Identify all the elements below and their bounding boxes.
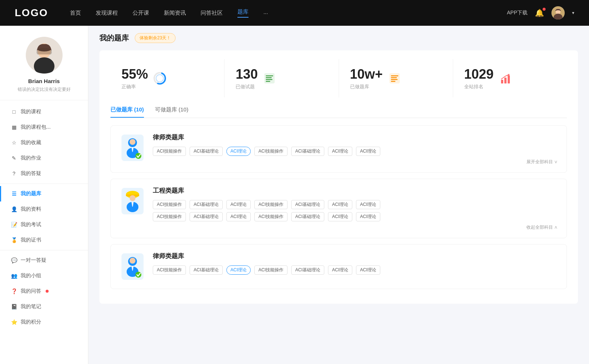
sidebar-label-profile: 我的资料 (21, 206, 41, 213)
tag-2-r2-1[interactable]: ACI基础理论 (190, 212, 223, 221)
sidebar-item-points[interactable]: ⭐ 我的积分 (0, 314, 88, 330)
tag-2-r2-3[interactable]: ACI技能操作 (254, 212, 288, 221)
notification-bell[interactable]: 🔔 (535, 8, 544, 17)
sidebar-label-courses: 我的课程 (21, 108, 41, 115)
sidebar-item-profile[interactable]: 👤 我的资料 (0, 201, 88, 217)
tag-2-r2-4[interactable]: ACI基础理论 (291, 212, 324, 221)
tag-1-2[interactable]: ACI理论 (226, 147, 251, 156)
qbank-info-2: 工程类题库 ACI技能操作 ACI基础理论 ACI理论 ACI技能操作 ACI基… (153, 186, 558, 231)
questionbank-icon: ☰ (11, 191, 17, 197)
sidebar-item-courses[interactable]: □ 我的课程 (0, 104, 88, 119)
sidebar-item-qa[interactable]: ? 我的答疑 (0, 166, 88, 181)
tab-available[interactable]: 可做题库 (10) (155, 106, 188, 118)
questions-done-icon (263, 72, 276, 85)
main-layout: Brian Harris 错误的决定比没有决定要好 □ 我的课程 ▦ 我的课程包… (0, 26, 589, 364)
tag-2-r1-6[interactable]: ACI理论 (356, 200, 380, 209)
sidebar-label-exams: 我的考试 (21, 221, 41, 228)
accuracy-label: 正确率 (121, 83, 148, 90)
tag-3-1[interactable]: ACI基础理论 (190, 265, 223, 275)
nav-quiz[interactable]: 题库 (237, 8, 248, 18)
tab-done[interactable]: 已做题库 (10) (110, 106, 144, 118)
tag-2-r1-3[interactable]: ACI技能操作 (254, 200, 288, 209)
stat-questions-done: 130 已做试题 (225, 59, 339, 97)
sidebar-item-certificate[interactable]: 🏅 我的证书 (0, 232, 88, 248)
sidebar-label-homework: 我的作业 (21, 155, 41, 161)
ranking-icon (499, 72, 512, 85)
sidebar-item-group[interactable]: 👥 我的小组 (0, 268, 88, 283)
homework-icon: ✎ (11, 155, 17, 161)
sidebar-item-questions[interactable]: ❓ 我的问答 (0, 283, 88, 299)
course-package-icon: ▦ (11, 124, 17, 130)
tag-2-r1-0[interactable]: ACI技能操作 (153, 200, 186, 209)
svg-rect-19 (391, 81, 395, 82)
tag-3-4[interactable]: ACI基础理论 (291, 265, 324, 275)
nav-qa[interactable]: 问答社区 (201, 10, 223, 17)
stat-ranking: 1029 全站排名 (453, 59, 567, 97)
tag-1-3[interactable]: ACI技能操作 (254, 147, 288, 156)
tag-2-r2-2[interactable]: ACI理论 (226, 212, 251, 221)
tag-1-4[interactable]: ACI基础理论 (291, 147, 324, 156)
questions-done-content: 130 已做试题 (236, 67, 258, 90)
banks-done-label: 已做题库 (350, 83, 383, 90)
qbank-icon-lawyer-1 (120, 133, 145, 163)
sidebar-item-notes[interactable]: 📓 我的笔记 (0, 299, 88, 314)
tag-1-6[interactable]: ACI理论 (356, 147, 380, 156)
logo: LOGO (15, 7, 48, 19)
nav-open-course[interactable]: 公开课 (133, 10, 149, 17)
page-title: 我的题库 (99, 33, 129, 43)
main-content: 我的题库 体验剩余23天！ 55% 正确率 (88, 26, 589, 364)
ranking-value: 1029 (464, 67, 494, 82)
collapse-link-2[interactable]: 收起全部科目 ∧ (153, 224, 558, 231)
tag-2-r1-2[interactable]: ACI理论 (226, 200, 251, 209)
nav-home[interactable]: 首页 (70, 10, 81, 17)
user-avatar-nav[interactable] (551, 6, 565, 19)
sidebar-item-exams[interactable]: 📝 我的考试 (0, 217, 88, 232)
tag-1-1[interactable]: ACI基础理论 (190, 147, 223, 156)
svg-point-41 (135, 272, 141, 278)
tag-2-r1-5[interactable]: ACI理论 (328, 200, 352, 209)
tag-2-r1-1[interactable]: ACI基础理论 (190, 200, 223, 209)
tag-3-0[interactable]: ACI技能操作 (153, 265, 186, 275)
sidebar-label-points: 我的积分 (21, 319, 41, 325)
notification-dot (543, 8, 546, 11)
svg-point-26 (130, 139, 135, 145)
tag-3-6[interactable]: ACI理论 (356, 265, 380, 275)
nav-news[interactable]: 新闻资讯 (164, 10, 186, 17)
tag-3-3[interactable]: ACI技能操作 (254, 265, 288, 275)
sidebar-item-favorites[interactable]: ☆ 我的收藏 (0, 135, 88, 150)
app-download-button[interactable]: APP下载 (507, 10, 528, 16)
svg-rect-16 (391, 75, 398, 76)
stats-row: 55% 正确率 130 已做试题 (110, 59, 567, 97)
tag-2-r2-0[interactable]: ACI技能操作 (153, 212, 186, 221)
sidebar-label-favorites: 我的收藏 (21, 139, 41, 146)
tag-2-r2-6[interactable]: ACI理论 (356, 212, 380, 221)
sidebar-label-group: 我的小组 (21, 272, 41, 279)
expand-link-1[interactable]: 展开全部科目 ∨ (153, 159, 558, 165)
qbank-title-1: 律师类题库 (153, 133, 558, 142)
tag-1-5[interactable]: ACI理论 (328, 147, 352, 156)
sidebar-item-homework[interactable]: ✎ 我的作业 (0, 150, 88, 166)
sidebar-item-tutoring[interactable]: 💬 一对一答疑 (0, 253, 88, 268)
nav-discover[interactable]: 发现课程 (96, 10, 118, 17)
menu-divider-2 (0, 250, 88, 250)
tag-3-5[interactable]: ACI理论 (328, 265, 352, 275)
svg-rect-14 (266, 81, 270, 82)
nav-more[interactable]: ··· (263, 10, 268, 16)
navbar: LOGO 首页 发现课程 公开课 新闻资讯 问答社区 题库 ··· APP下载 … (0, 0, 589, 26)
tag-1-0[interactable]: ACI技能操作 (153, 147, 186, 156)
sidebar: Brian Harris 错误的决定比没有决定要好 □ 我的课程 ▦ 我的课程包… (0, 26, 88, 364)
sidebar-item-course-package[interactable]: ▦ 我的课程包... (0, 119, 88, 135)
qbank-icon-engineer (120, 186, 145, 216)
tutoring-icon: 💬 (11, 257, 17, 263)
banks-done-value: 10w+ (350, 67, 383, 82)
sidebar-item-questionbank[interactable]: ☰ 我的题库 (0, 186, 88, 201)
sidebar-label-questions: 我的问答 (21, 288, 41, 295)
profile-section: Brian Harris 错误的决定比没有决定要好 (0, 37, 88, 100)
tag-2-r1-4[interactable]: ACI基础理论 (291, 200, 324, 209)
tag-3-2[interactable]: ACI理论 (226, 265, 251, 275)
nav-menu: 首页 发现课程 公开课 新闻资讯 问答社区 题库 ··· (70, 8, 507, 18)
tag-2-r2-5[interactable]: ACI理论 (328, 212, 352, 221)
user-menu-chevron[interactable]: ▾ (572, 10, 574, 15)
page-header: 我的题库 体验剩余23天！ (99, 33, 578, 43)
qa-icon: ? (11, 171, 17, 176)
